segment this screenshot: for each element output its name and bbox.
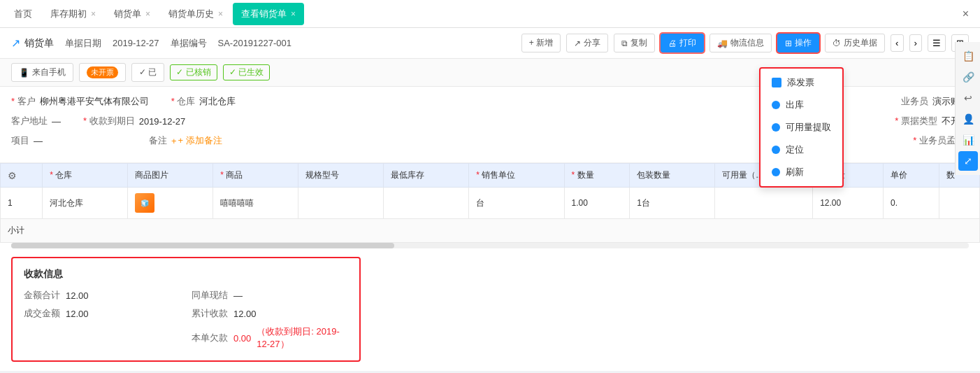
address-field: 客户地址 — <box>11 115 61 127</box>
same-order-label: 同单现结 <box>192 289 228 302</box>
tab-sales[interactable]: 销货单 × <box>106 3 159 25</box>
warehouse-field: 仓库 河北仓库 <box>171 95 236 108</box>
outbound-item[interactable]: 出库 <box>761 94 842 116</box>
doc-no-value: SA-20191227-001 <box>218 38 292 48</box>
customer-value: 柳州粤港平安气体有限公司 <box>40 95 149 108</box>
doc-header: ↗ 销货单 单据日期 2019-12-27 单据编号 SA-20191227-0… <box>0 28 980 59</box>
due-row: 本单欠款 0.00 （收款到期日: 2019-12-27） <box>192 325 348 351</box>
scroll-thumb <box>11 243 394 248</box>
row-pkg-qty: 1台 <box>630 188 715 219</box>
operation-button[interactable]: ⊞ 操作 <box>777 34 819 52</box>
doc-date-label: 单据日期 <box>65 37 101 50</box>
cumulative-label: 累计收款 <box>192 307 228 320</box>
row-amount <box>939 188 979 219</box>
amount-value: 12.00 <box>66 290 89 301</box>
col-min-stock: 最低库存 <box>384 164 469 188</box>
payment-date-label: 收款到期日 <box>83 115 135 127</box>
add-invoice-item[interactable]: 添发票 <box>761 71 842 94</box>
warehouse-value: 河北仓库 <box>199 95 236 108</box>
row-img: 🧊 <box>128 188 213 219</box>
global-close-button[interactable]: × <box>957 5 974 23</box>
staff-label: 业务员 <box>901 95 928 108</box>
deal-amount-value: 12.00 <box>66 309 89 319</box>
not-opened-badge: 未开票 <box>87 66 118 78</box>
address-value: — <box>52 116 61 127</box>
from-phone-button[interactable]: 📱 来自手机 <box>11 63 73 82</box>
row-available <box>715 188 813 219</box>
not-opened-button[interactable]: 未开票 <box>79 63 126 82</box>
row-unit: 台 <box>469 188 564 219</box>
refresh-item[interactable]: 刷新 <box>761 161 842 183</box>
view1-button[interactable]: ☰ <box>928 34 946 52</box>
amount-row: 金额合计 12.00 <box>24 289 180 302</box>
sidebar-link-icon[interactable]: 🔗 <box>958 67 978 87</box>
doc-meta: 单据日期 2019-12-27 单据编号 SA-20191227-001 <box>65 37 291 50</box>
cumulative-value: 12.00 <box>233 309 257 319</box>
tab-bar: 首页 库存期初 × 销货单 × 销货单历史 × 查看销货单 × × <box>0 0 980 28</box>
cumulative-row: 累计收款 12.00 <box>192 307 348 320</box>
row-product: 嘻嘻嘻嘻 <box>213 188 298 219</box>
add-button[interactable]: + 新增 <box>521 34 561 52</box>
product-image: 🧊 <box>135 193 154 213</box>
doc-no-label: 单据编号 <box>171 37 207 50</box>
tab-view-sales-close[interactable]: × <box>291 9 296 19</box>
payment-date-value: 2019-12-27 <box>139 116 186 127</box>
doc-title-text: 销货单 <box>24 37 54 50</box>
history-button[interactable]: ⏱ 历史单据 <box>825 34 885 52</box>
col-unit: 销售单位 <box>469 164 564 188</box>
tab-inventory-close[interactable]: × <box>91 9 96 19</box>
doc-title-icon: ↗ <box>11 36 20 50</box>
col-product: 商品 <box>213 164 298 188</box>
share-button[interactable]: ↗ 分享 <box>566 34 608 52</box>
right-sidebar: 📋 🔗 ↩ 👤 📊 ⤢ <box>955 42 980 175</box>
copy-icon: ⧉ <box>621 38 628 48</box>
row-current-qty: 12.00 <box>813 188 884 219</box>
col-warehouse: 仓库 <box>43 164 128 188</box>
sidebar-clipboard-icon[interactable]: 📋 <box>958 46 978 66</box>
print-icon: 🖨 <box>668 38 677 48</box>
check-icon-button[interactable]: ✓ 已 <box>131 63 164 82</box>
row-min-stock <box>384 188 469 219</box>
customer-field: 客户 柳州粤港平安气体有限公司 <box>11 95 149 108</box>
col-price: 单价 <box>883 164 939 188</box>
project-value: — <box>34 136 43 146</box>
payment-title: 收款信息 <box>24 268 348 281</box>
payment-section: 收款信息 金额合计 12.00 同单现结 — 成交金额 12.00 累计收款 1… <box>11 257 361 362</box>
done-status: ✓ 已核销 <box>170 64 217 80</box>
add-remark-button[interactable]: + + 添加备注 <box>171 134 222 147</box>
tab-inventory[interactable]: 库存期初 × <box>42 3 104 25</box>
copy-button[interactable]: ⧉ 复制 <box>614 34 655 52</box>
sidebar-chart-icon[interactable]: 📊 <box>958 130 978 150</box>
amount-label: 金额合计 <box>24 289 60 302</box>
locate-label: 定位 <box>786 143 804 156</box>
next-button[interactable]: › <box>909 34 922 52</box>
available-qty-item[interactable]: 可用量提取 <box>761 116 842 139</box>
due-label: 本单欠款 <box>192 332 228 344</box>
print-button[interactable]: 🖨 打印 <box>661 34 704 52</box>
available-qty-icon <box>772 123 780 132</box>
gear-icon[interactable]: ⚙ <box>8 170 17 181</box>
tab-sales-history-close[interactable]: × <box>218 9 223 19</box>
locate-item[interactable]: 定位 <box>761 139 842 161</box>
logistics-button[interactable]: 🚚 物流信息 <box>709 34 772 52</box>
tab-sales-close[interactable]: × <box>145 9 150 19</box>
subtotal-label: 小计 <box>1 219 980 243</box>
locate-icon <box>772 146 780 154</box>
prev-button[interactable]: ‹ <box>891 34 903 52</box>
sidebar-expand-icon[interactable]: ⤢ <box>958 151 978 171</box>
logistics-icon: 🚚 <box>717 38 728 48</box>
project-label: 项目 <box>11 134 29 147</box>
effect-status: ✓ 已生效 <box>223 64 270 80</box>
sidebar-return-icon[interactable]: ↩ <box>958 88 978 108</box>
available-qty-label: 可用量提取 <box>786 121 831 134</box>
tab-sales-history[interactable]: 销货单历史 × <box>160 3 231 25</box>
invoice-label: 票据类型 <box>895 115 937 127</box>
col-spec: 规格型号 <box>298 164 384 188</box>
scroll-hint[interactable] <box>11 243 969 248</box>
warehouse-label: 仓库 <box>171 95 196 108</box>
row-no: 1 <box>1 188 43 219</box>
tab-home[interactable]: 首页 <box>6 3 41 25</box>
sidebar-user-icon[interactable]: 👤 <box>958 109 978 129</box>
tab-view-sales[interactable]: 查看销货单 × <box>233 3 304 25</box>
project-field: 项目 — <box>11 134 43 147</box>
